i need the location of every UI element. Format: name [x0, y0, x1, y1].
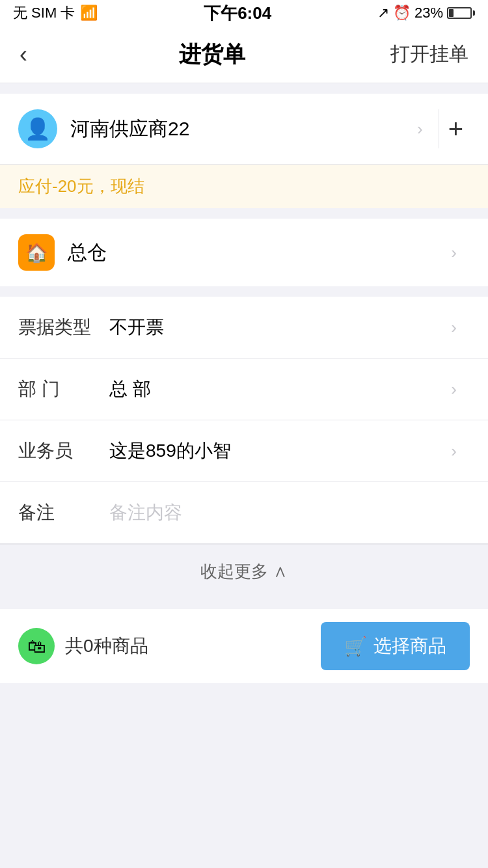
open-pending-button[interactable]: 打开挂单	[390, 41, 468, 68]
warehouse-icon: 🏠	[25, 242, 48, 264]
avatar-person-icon: 👤	[25, 116, 51, 141]
page-title: 进货单	[179, 40, 245, 70]
remark-input[interactable]: 备注内容	[109, 500, 470, 525]
select-product-icon: 🛒	[344, 636, 367, 657]
status-left: 无 SIM 卡 📶	[13, 3, 98, 23]
alarm-icon: ⏰	[393, 5, 411, 21]
status-time: 下午6:04	[204, 2, 271, 25]
shopping-bag-icon: 🛍	[27, 636, 46, 657]
ticket-type-value: 不开票	[109, 315, 451, 340]
nav-bar: ‹ 进货单 打开挂单	[0, 26, 488, 83]
select-product-label: 选择商品	[373, 634, 446, 658]
warehouse-icon-wrap: 🏠	[18, 234, 55, 271]
remark-label: 备注	[18, 500, 109, 525]
collapse-row[interactable]: 收起更多 ∧	[0, 544, 488, 599]
product-icon-wrap: 🛍	[18, 628, 55, 664]
salesperson-value: 这是859的小智	[109, 439, 451, 463]
battery-indicator	[447, 7, 475, 19]
salesperson-label: 业务员	[18, 439, 109, 463]
bottom-bar: 🛍 共0种商品 🛒 选择商品	[0, 609, 488, 683]
main-content: 👤 河南供应商22 › + 应付-20元，现结 🏠 总仓 › 票据类型 不开票 …	[0, 94, 488, 683]
info-section: 票据类型 不开票 › 部 门 总 部 › 业务员 这是859的小智 › 备注 备…	[0, 297, 488, 599]
department-chevron-icon: ›	[451, 379, 457, 400]
status-bar: 无 SIM 卡 📶 下午6:04 ↗ ⏰ 23%	[0, 0, 488, 26]
supplier-avatar: 👤	[18, 109, 57, 148]
collapse-text: 收起更多 ∧	[200, 560, 287, 583]
battery-percent: 23%	[414, 5, 443, 21]
carrier-text: 无 SIM 卡	[13, 3, 75, 23]
supplier-chevron-icon: ›	[417, 119, 423, 139]
location-icon: ↗	[377, 5, 389, 21]
remark-row[interactable]: 备注 备注内容	[0, 482, 488, 544]
product-count-text: 共0种商品	[65, 634, 321, 658]
ticket-type-chevron-icon: ›	[451, 318, 457, 338]
notice-banner: 应付-20元，现结	[0, 165, 488, 208]
warehouse-row[interactable]: 🏠 总仓 ›	[0, 219, 488, 286]
department-row[interactable]: 部 门 总 部 ›	[0, 359, 488, 420]
select-product-button[interactable]: 🛒 选择商品	[321, 622, 470, 670]
warehouse-chevron-icon: ›	[451, 243, 457, 263]
back-button[interactable]: ‹	[20, 34, 34, 75]
status-right: ↗ ⏰ 23%	[377, 5, 475, 21]
department-label: 部 门	[18, 377, 109, 401]
warehouse-name: 总仓	[68, 239, 451, 266]
salesperson-chevron-icon: ›	[451, 441, 457, 461]
supplier-row[interactable]: 👤 河南供应商22 › +	[0, 94, 488, 165]
department-value: 总 部	[109, 377, 451, 401]
notice-text: 应付-20元，现结	[18, 176, 144, 196]
ticket-type-label: 票据类型	[18, 315, 109, 340]
wifi-icon: 📶	[80, 5, 98, 21]
salesperson-row[interactable]: 业务员 这是859的小智 ›	[0, 420, 488, 482]
ticket-type-row[interactable]: 票据类型 不开票 ›	[0, 297, 488, 359]
add-supplier-button[interactable]: +	[442, 116, 470, 142]
supplier-card: 👤 河南供应商22 › + 应付-20元，现结	[0, 94, 488, 208]
supplier-name: 河南供应商22	[70, 116, 417, 142]
divider	[439, 109, 439, 148]
